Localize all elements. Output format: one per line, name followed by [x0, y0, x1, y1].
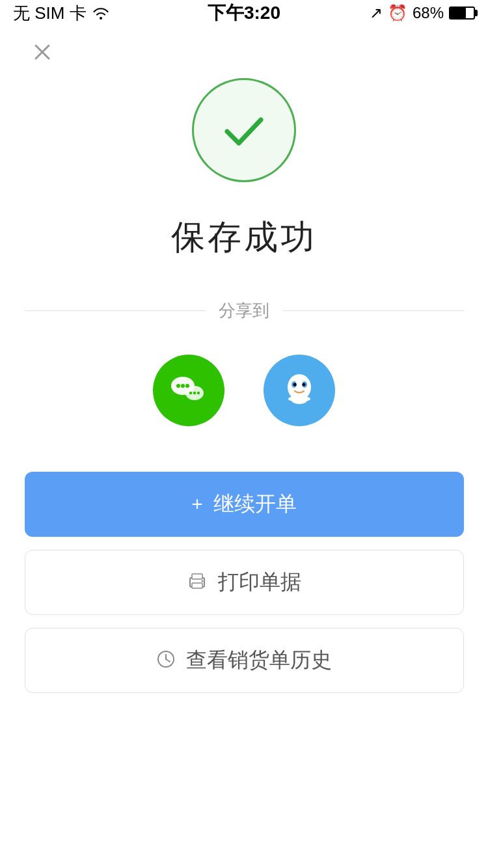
print-button[interactable]: 打印单据	[25, 550, 464, 615]
main-content: 保存成功 分享到	[0, 26, 488, 693]
svg-point-4	[181, 384, 185, 388]
wifi-icon	[92, 7, 110, 20]
status-right: ↗ ⏰ 68%	[370, 4, 475, 22]
history-button[interactable]: 查看销货单历史	[25, 628, 464, 693]
share-label: 分享到	[219, 299, 269, 322]
clock-icon	[156, 649, 176, 672]
checkmark-icon	[218, 104, 270, 156]
carrier-text: 无 SIM 卡	[13, 2, 87, 25]
svg-point-13	[293, 383, 297, 387]
share-divider: 分享到	[25, 299, 464, 322]
divider-left	[25, 310, 206, 311]
svg-point-21	[202, 580, 204, 582]
print-label: 打印单据	[218, 568, 301, 597]
continue-label: 继续开单	[213, 490, 297, 519]
success-title: 保存成功	[171, 215, 317, 260]
svg-point-5	[185, 384, 189, 388]
status-carrier-wifi: 无 SIM 卡	[13, 2, 110, 25]
svg-point-14	[303, 383, 306, 387]
actions-container: + 继续开单 打印单据	[25, 472, 464, 693]
divider-right	[282, 310, 464, 311]
share-qq-button[interactable]	[264, 355, 335, 426]
history-label: 查看销货单历史	[186, 646, 332, 675]
printer-icon	[187, 571, 208, 594]
location-icon: ↗	[370, 4, 383, 22]
qq-icon	[280, 370, 319, 411]
close-button[interactable]	[26, 36, 59, 68]
svg-point-16	[288, 397, 295, 401]
continue-button[interactable]: + 继续开单	[25, 472, 464, 537]
plus-icon: +	[191, 495, 203, 514]
svg-point-9	[197, 392, 200, 394]
svg-point-8	[193, 392, 196, 394]
svg-rect-19	[192, 574, 202, 579]
share-icons-container	[153, 355, 335, 426]
close-icon	[31, 40, 54, 64]
success-circle	[192, 78, 296, 182]
status-bar: 无 SIM 卡 下午3:20 ↗ ⏰ 68%	[0, 0, 488, 26]
svg-point-7	[189, 392, 192, 394]
share-wechat-button[interactable]	[153, 355, 224, 426]
wechat-icon	[169, 373, 209, 407]
svg-point-3	[176, 384, 180, 388]
status-time: 下午3:20	[208, 1, 280, 25]
alarm-icon: ⏰	[388, 4, 407, 22]
svg-point-17	[304, 397, 310, 401]
battery-percentage: 68%	[413, 4, 444, 22]
svg-rect-20	[192, 583, 202, 588]
battery-icon	[449, 7, 475, 20]
